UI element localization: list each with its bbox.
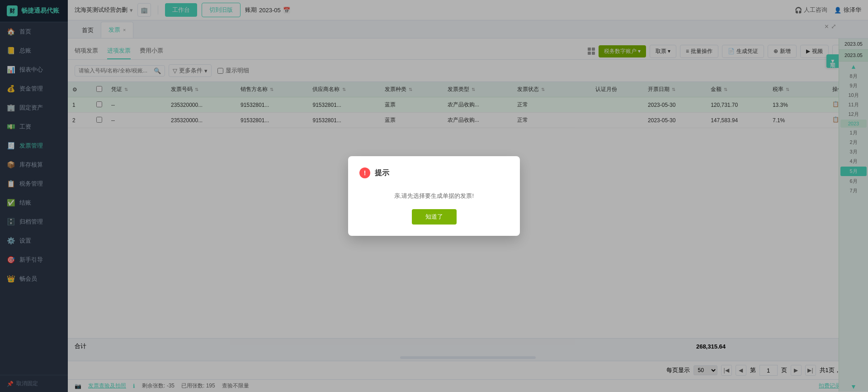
modal-header: ! 提示 <box>359 167 509 178</box>
modal-message: 亲,请先选择要生成单据的发票! <box>394 192 474 199</box>
modal-ok-btn[interactable]: 知道了 <box>412 209 457 225</box>
modal-body: 亲,请先选择要生成单据的发票! <box>359 187 509 209</box>
modal-overlay[interactable]: ! 提示 亲,请先选择要生成单据的发票! 知道了 <box>0 0 868 392</box>
modal-warning-icon: ! <box>359 167 370 178</box>
modal-footer: 知道了 <box>359 209 509 225</box>
modal-title: 提示 <box>375 168 389 178</box>
modal-dialog: ! 提示 亲,请先选择要生成单据的发票! 知道了 <box>348 156 520 236</box>
